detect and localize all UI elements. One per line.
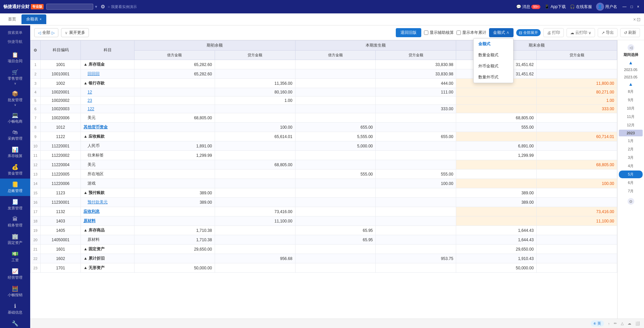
tab-bar-expand-icon[interactable]: ⊡: [637, 17, 641, 22]
sidebar-item-ecommerce[interactable]: 💻 小畅电商: [0, 109, 30, 127]
sidebar-item-salary[interactable]: 💵 工资: [0, 248, 30, 265]
app-download-btn[interactable]: 📱 App下载: [544, 4, 566, 10]
period-year-2023[interactable]: 2023: [619, 130, 643, 136]
period-2023-05-2[interactable]: 2023.05: [619, 74, 643, 80]
message-btn[interactable]: 💬 消息 99+: [516, 4, 540, 10]
balance-table-container: ⚙ 科目编码 科目 期初余额 本期发生额: [30, 40, 617, 319]
row-cur-debit: 5,555.00: [295, 132, 376, 141]
settings-icon[interactable]: ⚙: [101, 4, 105, 10]
sidebar-item-sales[interactable]: 🧮 小畅报销: [0, 283, 30, 300]
all-btn[interactable]: ◁ 全部 ▷: [34, 28, 58, 37]
period-collapse-bottom[interactable]: ⊙: [628, 198, 634, 205]
menu-item-qty-foreign[interactable]: 数量外币式: [474, 72, 513, 83]
print-btn[interactable]: 🖨 打印: [543, 28, 564, 37]
user-avatar[interactable]: 👤 用户名: [596, 3, 617, 11]
row-cur-debit: [295, 254, 376, 263]
show-aux-check[interactable]: 显示辅助核算: [424, 30, 454, 36]
row-cl-debit: 389.00: [456, 188, 537, 198]
row-name[interactable]: 原材料: [81, 216, 135, 226]
tab-bar-close-icon[interactable]: ×: [633, 17, 636, 22]
sidebar-item-retail[interactable]: 🛒 零售管理 ∨: [0, 66, 30, 88]
period-2[interactable]: 2月: [619, 145, 643, 153]
period-6[interactable]: 6月: [619, 179, 643, 187]
sidebar-item-basic[interactable]: ℹ 基础信息: [0, 300, 30, 318]
period-10[interactable]: 10月: [619, 105, 643, 112]
maximize-btn[interactable]: □: [629, 4, 634, 9]
row-name[interactable]: 23: [81, 96, 135, 105]
row-op-debit: 65,282.60: [135, 60, 215, 69]
row-name[interactable]: 122: [81, 105, 135, 113]
row-op-credit: 11,100.00: [215, 216, 295, 226]
sidebar-item-ledger[interactable]: 📒 总账管理: [0, 179, 30, 196]
amount-style-btn[interactable]: 金额式 ∧: [489, 28, 514, 37]
sidebar-search[interactable]: 搜索菜单: [0, 28, 30, 37]
row-name: 原材料: [81, 235, 135, 245]
row-op-debit: [135, 254, 215, 263]
period-4[interactable]: 4月: [619, 162, 643, 170]
tab-home[interactable]: 首页: [3, 14, 21, 24]
menu-item-amount[interactable]: 金额式: [474, 39, 513, 50]
search-company-input[interactable]: [46, 4, 93, 10]
table-area: ⚙ 科目编码 科目 期初余额 本期发生额: [30, 40, 644, 319]
demo-label[interactable]: ○ 我要看实例演示: [108, 4, 137, 9]
row-cur-credit: [376, 96, 456, 105]
export-btn[interactable]: ↗ 导出: [598, 28, 618, 37]
sidebar-item-purchase[interactable]: 🛍 采购管理: [0, 127, 30, 144]
sidebar-item-capital[interactable]: 💰 资金管理: [0, 161, 30, 179]
menu-item-qty-amount[interactable]: 数量金额式: [474, 50, 513, 61]
period-9[interactable]: 9月: [619, 96, 643, 104]
expand-all-toggle[interactable]: ⊟ 全部展开: [516, 29, 541, 36]
row-name[interactable]: 12: [81, 88, 135, 96]
row-name[interactable]: 预付款美元: [81, 198, 135, 207]
row-code: 11220002: [41, 151, 81, 160]
sidebar-quick-nav[interactable]: 快捷导航: [0, 37, 30, 46]
period-down-arrow[interactable]: ▲: [628, 81, 634, 87]
close-btn[interactable]: ×: [636, 4, 641, 9]
period-3[interactable]: 3月: [619, 154, 643, 161]
row-name[interactable]: 其他货币资金: [81, 123, 135, 132]
period-12[interactable]: 12月: [619, 121, 643, 129]
sidebar: 搜索菜单 快捷导航 📋 项目合同 🛒 零售管理 ∨ 📦 批发管理 ∨ 💻 小畅电…: [0, 25, 30, 328]
row-op-credit: [215, 235, 295, 245]
sidebar-item-project[interactable]: 📋 项目合同: [0, 49, 30, 66]
online-support-btn[interactable]: 🎧 在线客服: [570, 4, 592, 10]
sidebar-item-inventory[interactable]: 📊 库存核算: [0, 144, 30, 161]
row-num: 2: [31, 69, 41, 79]
sidebar-item-invoice[interactable]: 🧾 发票管理: [0, 196, 30, 213]
period-11[interactable]: 11月: [619, 113, 643, 121]
row-cl-debit: [456, 132, 537, 141]
return-old-version-btn[interactable]: 退回旧版: [396, 28, 421, 37]
show-annual-check[interactable]: 显示本年累计: [457, 30, 486, 36]
minimize-btn[interactable]: —: [621, 4, 628, 9]
period-8[interactable]: 8月: [619, 88, 643, 95]
row-name[interactable]: 应收利息: [81, 207, 135, 216]
refresh-btn[interactable]: ↺ 刷新: [620, 28, 640, 37]
dropdown-arrow[interactable]: ▼: [94, 5, 98, 9]
period-up-arrow[interactable]: ▲: [628, 59, 634, 66]
sidebar-item-system[interactable]: 🔧 系统管理: [0, 318, 30, 328]
period-2023-05-1[interactable]: 2023.05: [619, 66, 643, 73]
row-num: 6: [31, 105, 41, 113]
expand-btn[interactable]: ∨ 展开更多: [61, 28, 89, 37]
sidebar-item-wholesale[interactable]: 📦 批发管理 ∨: [0, 88, 30, 109]
row-cl-debit: 68,805.00: [456, 113, 537, 123]
tab-close-icon[interactable]: ×: [40, 17, 42, 21]
annual-checkbox[interactable]: [457, 30, 461, 35]
content-area: ◁ 全部 ▷ ∨ 展开更多 退回旧版 显示辅助核算 显示本年累计 金额式 ∧: [30, 25, 644, 328]
sidebar-item-assets[interactable]: 🏢 固定资产: [0, 231, 30, 248]
sidebar-item-tax[interactable]: 🏛 税务管理: [0, 213, 30, 231]
tab-balance[interactable]: 余额表 ×: [21, 14, 46, 24]
row-code: 1132: [41, 207, 81, 216]
period-5[interactable]: 5月: [619, 171, 643, 178]
period-1[interactable]: 1月: [619, 137, 643, 145]
period-collapse-btn[interactable]: ◁: [628, 44, 634, 51]
lang-switch[interactable]: ⊕ 英: [591, 320, 604, 327]
th-settings[interactable]: ⚙: [31, 41, 41, 60]
sidebar-item-operations[interactable]: 📈 经营管理: [0, 265, 30, 283]
aux-checkbox[interactable]: [424, 30, 428, 35]
row-name[interactable]: 回回回: [81, 69, 135, 79]
period-7[interactable]: 7月: [619, 187, 643, 195]
cloud-print-btn[interactable]: ☁ 云打印 ∨: [567, 28, 595, 37]
th-cl-credit: 贷方金额: [537, 51, 617, 60]
menu-item-foreign[interactable]: 外币金额式: [474, 61, 513, 72]
